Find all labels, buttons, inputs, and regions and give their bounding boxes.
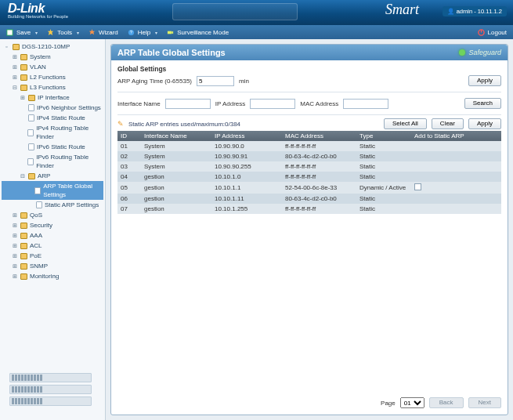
page-select[interactable]: 01 (400, 397, 424, 408)
tree-ip-interface[interactable]: ⊞IP Interface (2, 92, 103, 103)
table-row[interactable]: 07gestion10.10.1.255ff-ff-ff-ff-ff-ffSta… (117, 204, 501, 214)
tree-qos[interactable]: ⊞QoS (2, 210, 103, 220)
table-row[interactable]: 05gestion10.10.1.152-54-00-6c-8e-33Dynam… (117, 182, 501, 194)
tree-aaa[interactable]: ⊞AAA (2, 230, 103, 241)
tree-ipv6-static[interactable]: ·IPv6 Static Route (2, 142, 103, 152)
tree-ipv4-static[interactable]: ·IPv4 Static Route (2, 113, 103, 123)
nav-tree: ▫DGS-1210-10MP ⊞System ⊞VLAN ⊞L2 Functio… (0, 39, 106, 420)
table-row[interactable]: 06gestion10.10.1.1180-63-4c-d2-c0-b0Stat… (117, 194, 501, 204)
tree-system[interactable]: ⊞System (2, 52, 103, 62)
tree-l2[interactable]: ⊞L2 Functions (2, 72, 103, 82)
ip-addr-label: IP Address (215, 100, 246, 107)
apply-entries-button[interactable]: Apply (468, 118, 501, 129)
tree-ipv4-routing[interactable]: ·IPv4 Routing Table Finder (2, 123, 103, 142)
table-row[interactable]: 01System10.90.90.0ff-ff-ff-ff-ff-ffStati… (117, 141, 501, 151)
save-menu[interactable]: Save (6, 29, 38, 36)
top-banner: D-Link Building Networks for People Smar… (0, 0, 513, 25)
col-mac: MAC Address (282, 131, 356, 141)
logout-button[interactable]: Logout (478, 29, 507, 36)
if-name-label: Interface Name (117, 100, 161, 107)
wizard-button[interactable]: Wizard (89, 29, 118, 36)
table-row[interactable]: 02System10.90.90.9180-63-4c-d2-c0-b0Stat… (117, 151, 501, 161)
tree-arp[interactable]: ⊟ARP (2, 171, 103, 181)
pencil-icon: ✎ (117, 120, 124, 128)
clear-button[interactable]: Clear (432, 118, 464, 129)
tree-l3[interactable]: ⊟L3 Functions (2, 82, 103, 92)
svg-rect-3 (168, 31, 172, 34)
surveillance-mode-button[interactable]: Surveillance Mode (167, 29, 229, 36)
mac-addr-input[interactable] (343, 99, 388, 109)
select-all-button[interactable]: Select All (384, 118, 427, 129)
help-menu[interactable]: ?Help (128, 29, 157, 36)
svg-text:?: ? (130, 30, 132, 34)
tree-ipv6-neighbor[interactable]: ·IPv6 Neighbor Settings (2, 103, 103, 113)
tree-arp-global[interactable]: ·ARP Table Global Settings (2, 181, 103, 200)
safeguard-dot-icon (459, 49, 465, 56)
add-static-checkbox[interactable] (414, 183, 421, 190)
col-id: ID (117, 131, 141, 141)
port-indicator-panel (172, 3, 298, 20)
aging-unit: min (239, 78, 249, 85)
page-label: Page (381, 400, 396, 407)
search-button[interactable]: Search (464, 98, 501, 109)
tree-security[interactable]: ⊞Security (2, 220, 103, 230)
pager: Page 01 Back Next (381, 397, 501, 408)
tree-monitoring[interactable]: ⊞Monitoring (2, 271, 103, 281)
next-button[interactable]: Next (468, 397, 501, 408)
col-if: Interface Name (141, 131, 211, 141)
col-type: Type (356, 131, 411, 141)
brand-tagline: Building Networks for People (8, 14, 68, 19)
ip-addr-input[interactable] (250, 99, 295, 109)
aging-time-label: ARP Aging Time (0-65535) (117, 78, 192, 85)
back-button[interactable]: Back (429, 397, 464, 408)
table-row[interactable]: 03System10.90.90.255ff-ff-ff-ff-ff-ffSta… (117, 161, 501, 172)
mac-addr-label: MAC Address (300, 100, 338, 107)
panel-title: ARP Table Global Settings (117, 48, 226, 57)
svg-rect-0 (7, 29, 13, 34)
tree-vlan[interactable]: ⊞VLAN (2, 62, 103, 72)
main-toolbar: Save Tools Wizard ?Help Surveillance Mod… (0, 25, 513, 39)
apply-aging-button[interactable]: Apply (468, 75, 501, 86)
smart-logo: Smart (385, 2, 419, 18)
tree-ipv6-routing[interactable]: ·IPv6 Routing Table Finder (2, 152, 103, 171)
tree-snmp[interactable]: ⊞SNMP (2, 261, 103, 271)
if-name-input[interactable] (165, 99, 211, 109)
safeguard-indicator: Safeguard (459, 49, 501, 56)
tree-acl[interactable]: ⊞ACL (2, 241, 103, 251)
tree-poe[interactable]: ⊞PoE (2, 251, 103, 261)
arp-table: ID Interface Name IP Address MAC Address… (117, 131, 501, 214)
brand-logo: D-Link Building Networks for People (8, 2, 68, 19)
col-ip: IP Address (211, 131, 282, 141)
tree-static-arp[interactable]: ·Static ARP Settings (2, 200, 103, 210)
device-image (9, 371, 92, 414)
main-panel: ARP Table Global Settings Safeguard Glob… (110, 44, 508, 415)
aging-time-input[interactable] (197, 76, 234, 86)
admin-pill[interactable]: admin - 10.11.1.2 (443, 6, 507, 16)
global-settings-label: Global Settings (117, 65, 501, 73)
entries-count: Static ARP entries used/maximum:0/384 (128, 121, 240, 128)
table-row[interactable]: 04gestion10.10.1.0ff-ff-ff-ff-ff-ffStati… (117, 172, 501, 182)
col-add: Add to Static ARP (411, 131, 501, 141)
tools-menu[interactable]: Tools (47, 29, 79, 36)
tree-root[interactable]: ▫DGS-1210-10MP (2, 42, 103, 52)
